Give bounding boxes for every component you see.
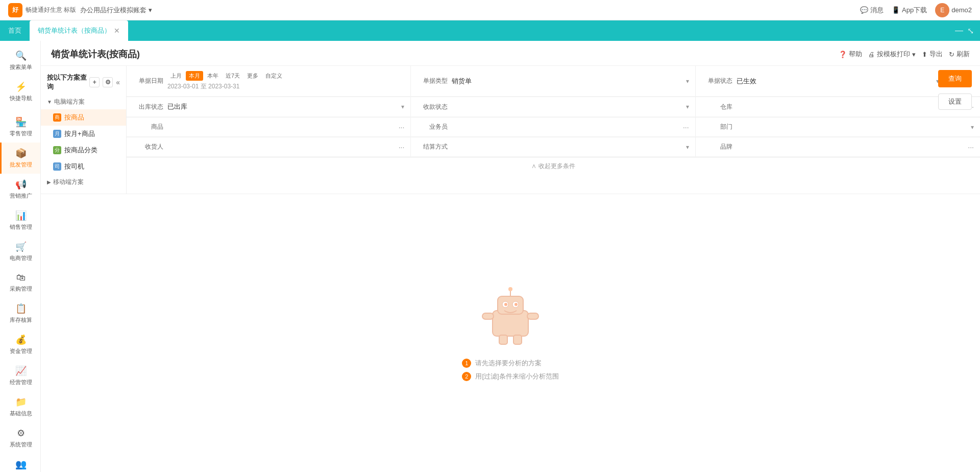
logo-text: 畅捷通好生意 标版	[26, 6, 76, 13]
date-tab-custom[interactable]: 自定义	[262, 71, 285, 81]
sidebar-item-basics[interactable]: 📁 基础信息	[0, 391, 40, 422]
step-1-text: 请先选择要分析的方案	[475, 359, 542, 368]
filter-doc-status-field: 单据状态 已生效 ▾	[696, 66, 980, 97]
date-tab-7days[interactable]: 近7天	[223, 71, 243, 81]
sidebar-item-system[interactable]: ⚙ 系统管理	[0, 422, 40, 454]
scheme-settings-btn[interactable]: ⚙	[103, 77, 113, 87]
filter-payment-method-select[interactable]: ▾	[452, 144, 689, 151]
filter-outbound-field: 出库状态 已出库 ▾	[127, 97, 411, 117]
sidebar-item-sales[interactable]: 📊 销售管理	[0, 205, 40, 236]
print-icon: 🖨	[868, 51, 875, 58]
user-area[interactable]: E demo2	[935, 3, 972, 17]
step-1-number: 1	[462, 359, 471, 368]
scheme-group-mobile-label[interactable]: ▶ 移动端方案	[41, 175, 126, 190]
retail-icon: 🏪	[15, 116, 27, 128]
sidebar-item-search-label: 搜索菜单	[10, 63, 32, 71]
filter-goods-select[interactable]: ···	[167, 123, 404, 131]
filter-date-label: 单据日期	[133, 77, 163, 85]
template-print-btn[interactable]: 🖨 按模板打印 ▾	[868, 50, 916, 59]
sidebar-item-collab[interactable]: 👥 企业协同	[0, 454, 40, 472]
tab-home[interactable]: 首页	[0, 20, 30, 41]
sidebar-item-marketing[interactable]: 📢 营销推广	[0, 174, 40, 205]
export-label: 导出	[929, 50, 943, 59]
triangle-icon: ▼	[47, 99, 52, 105]
scheme-add-btn[interactable]: +	[89, 77, 100, 87]
filter-doc-status-select[interactable]: 已生效 ▾	[737, 77, 939, 86]
query-btn[interactable]: 查询	[938, 70, 972, 87]
sidebar-item-operations-label: 经营管理	[10, 379, 32, 386]
scheme-item-by-month-goods[interactable]: 月 按月+商品	[41, 126, 126, 142]
svg-rect-11	[513, 335, 522, 344]
scheme-group-pc-label[interactable]: ▼ 电脑端方案	[41, 95, 126, 109]
tab-sales-stat[interactable]: 销货单统计表（按商品） ✕	[30, 20, 128, 41]
scheme-item-by-category[interactable]: 分 按商品分类	[41, 142, 126, 158]
page-actions: ❓ 帮助 🖨 按模板打印 ▾ ⬆ 导出 ↻ 刷新	[839, 50, 970, 59]
refresh-btn[interactable]: ↻ 刷新	[949, 50, 970, 59]
empty-illustration	[480, 285, 541, 346]
date-tab-last-month[interactable]: 上月	[167, 71, 185, 81]
step-2-number: 2	[462, 372, 471, 381]
filter-outbound-select[interactable]: 已出库 ▾	[167, 102, 404, 111]
filter-form-wrapper: 单据日期 上月 本月 本年 近7天 更多 自定义 20	[127, 66, 980, 194]
sidebar-item-ecommerce[interactable]: 🛒 电商管理	[0, 236, 40, 267]
collab-icon: 👥	[15, 459, 27, 470]
filter-brand-field: 品牌 ···	[696, 137, 980, 157]
search-icon: 🔍	[15, 50, 27, 61]
refresh-label: 刷新	[957, 50, 970, 59]
filter-receiver-label: 收货人	[133, 143, 163, 151]
collapse-filter-btn[interactable]: ∧ 收起更多条件	[127, 157, 980, 175]
date-tab-this-year[interactable]: 本年	[204, 71, 222, 81]
scheme-item-by-driver[interactable]: 司 按司机	[41, 158, 126, 175]
svg-point-5	[514, 303, 518, 306]
filter-brand-select[interactable]: ···	[737, 143, 974, 151]
tab-maximize-btn[interactable]: ⤡	[967, 26, 974, 36]
date-tab-this-month[interactable]: 本月	[186, 71, 203, 81]
filter-dept-field: 部门 ▾	[696, 117, 980, 137]
sidebar-item-wholesale[interactable]: 📦 批发管理	[0, 143, 40, 174]
filter-outbound-label: 出库状态	[133, 103, 163, 111]
help-btn[interactable]: ❓ 帮助	[839, 50, 862, 59]
scheme-item-by-goods[interactable]: 商 按商品	[41, 109, 126, 126]
chevron-down-payment-method: ▾	[686, 144, 689, 151]
date-tab-more[interactable]: 更多	[244, 71, 261, 81]
svg-rect-8	[482, 313, 494, 319]
filter-doc-status-value: 已生效	[737, 77, 756, 86]
sidebar-item-finance[interactable]: 💰 资金管理	[0, 329, 40, 360]
svg-rect-10	[499, 335, 507, 344]
filter-receiver-select[interactable]: ···	[167, 143, 404, 151]
more-brand-btn[interactable]: ···	[968, 143, 974, 151]
tab-minimize-btn[interactable]: —	[955, 26, 963, 35]
filter-dept-select[interactable]: ▾	[737, 124, 974, 131]
workspace-selector[interactable]: 办公用品行业模拟账套 ▾	[80, 6, 152, 15]
scheme-collapse-btn[interactable]: «	[116, 78, 120, 86]
sidebar-item-operations[interactable]: 📈 经营管理	[0, 360, 40, 391]
tab-close-icon[interactable]: ✕	[114, 27, 120, 34]
message-btn[interactable]: 💬 消息	[860, 6, 884, 15]
more-goods-btn[interactable]: ···	[399, 123, 405, 131]
sidebar-item-purchase-label: 采购管理	[10, 285, 32, 293]
filter-doc-type-field: 单据类型 销货单 ▾	[411, 66, 695, 97]
ecommerce-icon: 🛒	[15, 241, 27, 252]
message-label: 消息	[870, 6, 884, 15]
purchase-icon: 🛍	[16, 272, 26, 283]
sidebar-item-search[interactable]: 🔍 搜索菜单	[0, 45, 40, 76]
filter-salesperson-select[interactable]: ···	[452, 123, 689, 131]
more-receiver-btn[interactable]: ···	[399, 143, 405, 151]
marketing-icon: 📢	[15, 179, 27, 190]
more-salesperson-btn[interactable]: ···	[683, 123, 689, 131]
filter-payment-status-select[interactable]: ▾	[452, 103, 689, 110]
app-download-btn[interactable]: 📱 App下载	[892, 6, 927, 15]
export-btn[interactable]: ⬆ 导出	[922, 50, 943, 59]
sidebar-item-retail[interactable]: 🏪 零售管理	[0, 111, 40, 143]
step-2-text: 用[过滤]条件来缩小分析范围	[475, 372, 558, 381]
sidebar-item-purchase[interactable]: 🛍 采购管理	[0, 267, 40, 298]
inventory-icon: 📋	[15, 303, 27, 314]
scheme-icon-month: 月	[53, 130, 61, 138]
workspace-label: 办公用品行业模拟账套	[80, 6, 146, 15]
sidebar-item-inventory[interactable]: 📋 库存核算	[0, 298, 40, 329]
filter-doc-type-select[interactable]: 销货单 ▾	[452, 77, 689, 86]
scheme-item-category-label: 按商品分类	[64, 146, 97, 155]
sidebar-item-quicknav[interactable]: ⚡ 快捷导航	[0, 76, 40, 107]
filter-goods-field: 商品 ···	[127, 117, 411, 137]
setting-btn[interactable]: 设置	[938, 93, 972, 110]
